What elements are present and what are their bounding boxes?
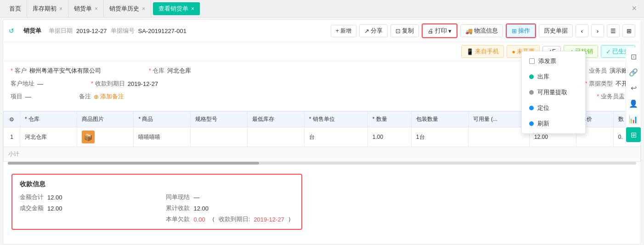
current-owed-label: 本单欠款 bbox=[166, 215, 190, 223]
operation-button-wrapper: ⊞ 操作 bbox=[506, 23, 536, 38]
print-button-wrapper: 🖨 打印 ▾ bbox=[422, 23, 458, 38]
due-date-bracket-close: ） bbox=[288, 215, 294, 223]
tab-home[interactable]: 首页 bbox=[4, 0, 27, 17]
prev-button[interactable]: ‹ bbox=[576, 24, 588, 37]
document-header: ↺ 销货单 单据日期 2019-12-27 单据编号 SA-20191227-0… bbox=[3, 20, 641, 42]
logistics-button[interactable]: 🚚 物流信息 bbox=[460, 24, 503, 37]
sidebar-chart-icon[interactable]: 📊 bbox=[626, 112, 641, 126]
outbound-icon bbox=[529, 74, 534, 79]
print-dropdown-arrow: ▾ bbox=[448, 28, 452, 34]
add-invoice-icon bbox=[529, 58, 535, 64]
number-value: SA-20191227-001 bbox=[138, 28, 187, 34]
address-label: 客户地址 bbox=[11, 80, 34, 88]
history-button[interactable]: 历史单据 bbox=[539, 24, 573, 37]
new-button[interactable]: + 新增 bbox=[331, 25, 356, 37]
scrollbar-thumb[interactable] bbox=[8, 162, 259, 165]
close-sales-order-history[interactable]: × bbox=[142, 6, 145, 12]
staff-label: 业务员 bbox=[589, 67, 607, 75]
dropdown-outbound[interactable]: 出库 bbox=[522, 69, 585, 85]
right-sidebar: ⊡ 🔗 ↩ 👤 📊 ⊞ bbox=[626, 47, 641, 144]
payment-date-field: 收款到期日 2019-12-27 bbox=[91, 80, 158, 88]
quantity-column-header: * 数量 bbox=[367, 112, 411, 127]
salesperson-label: 业务员盂 bbox=[597, 92, 625, 101]
payment-section: 收款信息 金额合计 12.00 同单现结 — 成交金额 12.00 bbox=[3, 167, 641, 236]
add-note-button[interactable]: ⊕ 添加备注 bbox=[94, 92, 124, 101]
dropdown-add-invoice[interactable]: 添发票 bbox=[522, 53, 585, 69]
quantity-cell: 1.00 bbox=[367, 127, 411, 147]
tab-sales-order[interactable]: 销货单 × bbox=[68, 0, 104, 17]
print-icon: 🖨 bbox=[428, 28, 434, 34]
transaction-value: 12.00 bbox=[47, 205, 62, 212]
product-image: 📦 bbox=[82, 131, 95, 143]
locate-icon bbox=[529, 106, 534, 110]
gear-column-header[interactable]: ⚙ bbox=[4, 112, 20, 127]
transaction-amount-row: 成交金额 12.00 bbox=[20, 204, 147, 212]
subtotal-row: 小计 bbox=[4, 147, 641, 162]
document-title: 销货单 bbox=[23, 27, 41, 35]
cumulative-receipt-row: 累计收款 12.00 bbox=[166, 204, 294, 212]
warehouse-value: 河北仓库 bbox=[167, 67, 191, 75]
sidebar-expand-icon[interactable]: ⊞ bbox=[626, 127, 641, 142]
payment-date-value: 2019-12-27 bbox=[128, 80, 158, 87]
sidebar-return-icon[interactable]: ↩ bbox=[626, 80, 641, 95]
share-button[interactable]: ↗ 分享 bbox=[359, 24, 388, 37]
sidebar-copy-icon[interactable]: ⊡ bbox=[626, 49, 641, 64]
same-order-settlement-row: 同单现结 — bbox=[166, 193, 294, 201]
logistics-icon: 🚚 bbox=[465, 28, 473, 34]
subtotal-label: 小计 bbox=[4, 147, 641, 162]
due-date-bracket-open: （ bbox=[209, 215, 215, 223]
package-qty-cell: 1台 bbox=[411, 127, 468, 147]
total-amount-row: 金额合计 12.00 bbox=[20, 193, 147, 201]
address-field: 客户地址 — bbox=[11, 80, 43, 88]
project-field: 项目 — bbox=[11, 92, 31, 101]
tab-sales-order-history[interactable]: 销货单历史 × bbox=[104, 0, 151, 17]
sidebar-link-icon[interactable]: 🔗 bbox=[626, 65, 641, 80]
dropdown-locate[interactable]: 定位 bbox=[522, 100, 585, 116]
global-close-button[interactable]: × bbox=[628, 4, 640, 13]
copy-button[interactable]: ⊡ 复制 bbox=[390, 24, 419, 37]
tab-view-sales-order[interactable]: 查看销货单 × bbox=[153, 2, 200, 15]
current-owed-row: 本单欠款 0.00 （ 收款到期日: 2019-12-27 ） bbox=[166, 215, 294, 223]
warehouse-column-header: * 仓库 bbox=[20, 112, 77, 127]
dropdown-refresh[interactable]: 刷新 bbox=[522, 116, 585, 131]
sidebar-user-icon[interactable]: 👤 bbox=[626, 96, 641, 111]
ticket-icon: ● bbox=[512, 48, 515, 55]
phone-icon: 📱 bbox=[466, 48, 474, 55]
document-meta: 单据日期 2019-12-27 单据编号 SA-20191227-001 bbox=[49, 27, 186, 35]
product-column-header: * 商品 bbox=[134, 112, 191, 127]
project-value: — bbox=[25, 93, 31, 100]
horizontal-scrollbar[interactable] bbox=[8, 162, 636, 165]
available-cell bbox=[468, 127, 529, 147]
available-qty-icon bbox=[529, 90, 534, 95]
next-button[interactable]: › bbox=[591, 24, 604, 37]
cumulative-value: 12.00 bbox=[193, 205, 209, 212]
due-date-value: 2019-12-27 bbox=[254, 216, 284, 223]
min-stock-cell bbox=[247, 127, 304, 147]
note-field: 备注 ⊕ 添加备注 bbox=[79, 92, 124, 101]
product-name-cell: 嘻嘻嘻嘻 bbox=[134, 127, 191, 147]
payment-info-box: 收款信息 金额合计 12.00 同单现结 — 成交金额 12.00 bbox=[11, 174, 302, 230]
warehouse-cell: 河北仓库 bbox=[20, 127, 77, 147]
close-inventory-init[interactable]: × bbox=[59, 6, 62, 12]
toolbar: + 新增 ↗ 分享 ⊡ 复制 🖨 打印 ▾ 🚚 bbox=[331, 23, 635, 38]
operation-button[interactable]: ⊞ 操作 bbox=[507, 24, 535, 37]
address-value: — bbox=[37, 80, 43, 87]
tab-inventory-init[interactable]: 库存期初 × bbox=[27, 0, 68, 17]
date-value: 2019-12-27 bbox=[76, 28, 107, 34]
customer-value: 柳州粤港平安气体有限公司 bbox=[29, 67, 101, 75]
ticket-type-label: 票据类型 bbox=[585, 80, 613, 88]
close-sales-order[interactable]: × bbox=[95, 6, 98, 12]
print-button[interactable]: 🖨 打印 ▾ bbox=[423, 24, 457, 37]
project-label: 项目 bbox=[11, 92, 23, 101]
total-amount-value: 12.00 bbox=[47, 194, 62, 201]
date-label: 单据日期 bbox=[49, 27, 73, 35]
close-view-sales-order[interactable]: × bbox=[191, 6, 194, 12]
list-view-button[interactable]: ☰ bbox=[607, 24, 620, 37]
grid-view-button[interactable]: ⊞ bbox=[622, 24, 635, 37]
sales-unit-column-header: * 销售单位 bbox=[304, 112, 367, 127]
customer-label: 客户 bbox=[11, 67, 27, 75]
tab-bar: 首页 库存期初 × 销货单 × 销货单历史 × 查看销货单 × × bbox=[0, 0, 644, 17]
operation-icon: ⊞ bbox=[512, 28, 517, 34]
dropdown-available-qty[interactable]: 可用量提取 bbox=[522, 85, 585, 100]
from-phone-button[interactable]: 📱 来自手机 bbox=[461, 45, 504, 58]
